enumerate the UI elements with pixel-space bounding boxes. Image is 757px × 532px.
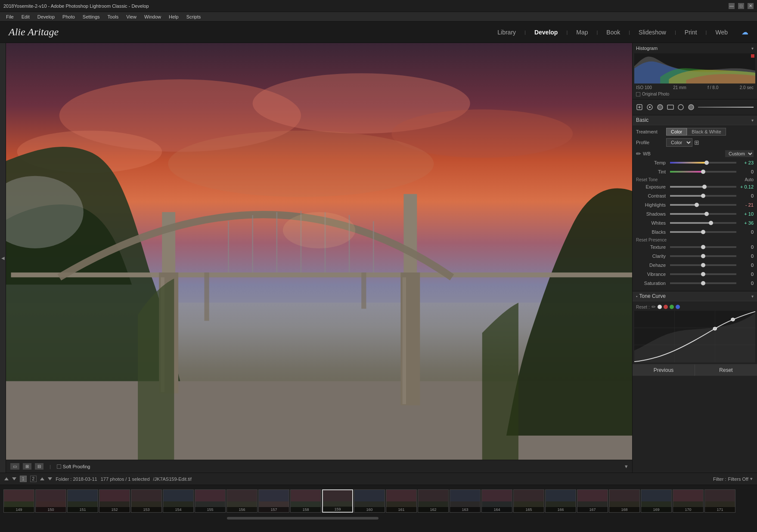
curve-pencil-icon[interactable]: ✏ (652, 304, 656, 310)
filmstrip-thumb-163[interactable]: 163 (450, 489, 481, 513)
filmstrip-thumb-151[interactable]: 151 (67, 489, 98, 513)
clarity-thumb[interactable] (701, 254, 705, 258)
maximize-button[interactable]: □ (738, 3, 744, 9)
filmstrip-thumb-167[interactable]: 167 (577, 489, 608, 513)
filmstrip-thumb-155[interactable]: 155 (195, 489, 226, 513)
treatment-bw-button[interactable]: Black & White (687, 128, 726, 136)
filmstrip-scroll[interactable]: 1491501511521531541551561571581591601611… (0, 485, 757, 517)
radial-tool-icon[interactable] (676, 102, 686, 112)
previous-button[interactable]: Previous (633, 365, 695, 376)
left-panel-toggle[interactable]: ◀ (0, 43, 6, 473)
filmstrip-thumb-168[interactable]: 168 (609, 489, 640, 513)
auto-tone-button[interactable]: Auto (745, 177, 754, 182)
basic-expand-icon[interactable]: ▾ (751, 118, 754, 123)
filmstrip-thumb-162[interactable]: 162 (418, 489, 449, 513)
profile-select[interactable]: Color (666, 138, 692, 147)
nav-library[interactable]: Library (497, 29, 516, 36)
prev-folder-button[interactable] (4, 477, 9, 480)
treatment-color-button[interactable]: Color (666, 128, 687, 136)
nav-web[interactable]: Web (715, 29, 728, 36)
tone-curve-collapse-icon[interactable]: ▪ (636, 294, 638, 299)
filmstrip-thumb-170[interactable]: 170 (673, 489, 704, 513)
temp-thumb[interactable] (704, 161, 709, 165)
basic-tool-icon[interactable] (634, 102, 645, 112)
filmstrip-scrollbar[interactable] (0, 517, 757, 520)
filmstrip-thumb-153[interactable]: 153 (131, 489, 162, 513)
basic-section-header[interactable]: Basic ▾ (633, 115, 757, 125)
shadows-thumb[interactable] (704, 212, 709, 216)
next-folder-button[interactable] (12, 477, 16, 480)
menu-item-file[interactable]: File (3, 13, 17, 20)
curve-blue-dot[interactable] (676, 305, 680, 309)
filmstrip-thumb-149[interactable]: 149 (3, 489, 34, 513)
filmstrip-thumb-150[interactable]: 150 (35, 489, 66, 513)
soft-proofing-toggle[interactable]: Soft Proofing (57, 464, 90, 469)
exposure-thumb[interactable] (702, 185, 707, 189)
curve-green-dot[interactable] (670, 305, 674, 309)
menu-item-photo[interactable]: Photo (59, 13, 78, 20)
highlights-thumb[interactable] (695, 203, 699, 207)
view-grid-button[interactable]: ⊞ (23, 463, 31, 470)
minimize-button[interactable]: — (729, 3, 735, 9)
menu-item-scripts[interactable]: Scripts (183, 13, 205, 20)
whites-thumb[interactable] (709, 221, 713, 225)
filmstrip-scrollbar-thumb[interactable] (227, 517, 378, 520)
close-button[interactable]: ✕ (748, 3, 754, 9)
cloud-icon[interactable]: ☁ (741, 28, 748, 36)
vibrance-thumb[interactable] (701, 272, 705, 276)
filmstrip-thumb-171[interactable]: 171 (704, 489, 735, 513)
original-photo-checkbox[interactable] (636, 92, 640, 96)
crop-tool-icon[interactable] (645, 102, 655, 112)
tone-curve-expand-icon[interactable]: ▾ (751, 294, 754, 299)
soft-proofing-checkbox[interactable] (57, 464, 61, 469)
nav-develop[interactable]: Develop (534, 29, 558, 36)
filmstrip-thumb-158[interactable]: 158 (290, 489, 321, 513)
filmstrip-thumb-159[interactable]: 159 (322, 489, 353, 513)
wb-select[interactable]: Custom (725, 150, 754, 157)
menu-item-edit[interactable]: Edit (18, 13, 33, 20)
saturation-thumb[interactable] (701, 281, 705, 285)
svg-rect-59 (259, 490, 289, 501)
texture-thumb[interactable] (701, 245, 705, 249)
menu-item-window[interactable]: Window (141, 13, 164, 20)
curve-white-dot[interactable] (658, 305, 662, 309)
eyedropper-icon[interactable]: ✏ (636, 150, 641, 157)
menu-item-view[interactable]: View (123, 13, 140, 20)
nav-book[interactable]: Book (606, 29, 620, 36)
contrast-thumb[interactable] (701, 194, 705, 198)
dehaze-thumb[interactable] (701, 263, 705, 267)
view-compare-button[interactable]: ⊟ (35, 463, 43, 470)
filter-expand-icon[interactable]: ▾ (750, 476, 753, 482)
menu-item-tools[interactable]: Tools (104, 13, 122, 20)
expand-filmstrip-button[interactable]: ▾ (625, 463, 628, 470)
adjustment-tool-icon[interactable] (686, 102, 696, 112)
filmstrip-thumb-157[interactable]: 157 (258, 489, 289, 513)
filmstrip-thumb-169[interactable]: 169 (641, 489, 672, 513)
filmstrip-thumb-165[interactable]: 165 (513, 489, 544, 513)
blacks-thumb[interactable] (701, 230, 705, 234)
nav-slideshow[interactable]: Slideshow (639, 29, 666, 36)
nav-next-button[interactable] (48, 477, 52, 480)
nav-map[interactable]: Map (576, 29, 588, 36)
grad-tool-icon[interactable] (665, 102, 676, 112)
menu-item-develop[interactable]: Develop (34, 13, 58, 20)
filmstrip-thumb-164[interactable]: 164 (481, 489, 512, 513)
view-single-button[interactable]: ▭ (10, 463, 19, 470)
filmstrip-thumb-152[interactable]: 152 (99, 489, 130, 513)
profile-grid-icon[interactable]: ⊞ (694, 139, 699, 146)
filmstrip-thumb-156[interactable]: 156 (226, 489, 258, 513)
nav-print[interactable]: Print (685, 29, 697, 36)
curve-red-dot[interactable] (664, 305, 668, 309)
menu-item-help[interactable]: Help (165, 13, 182, 20)
filmstrip-thumb-154[interactable]: 154 (163, 489, 194, 513)
filmstrip-thumb-166[interactable]: 166 (545, 489, 576, 513)
filmstrip-thumb-161[interactable]: 161 (386, 489, 417, 513)
tint-thumb[interactable] (701, 170, 705, 174)
filmstrip-thumb-160[interactable]: 160 (354, 489, 385, 513)
menu-item-settings[interactable]: Settings (79, 13, 103, 20)
histogram-expand-icon[interactable]: ▾ (751, 46, 754, 51)
tone-curve-header[interactable]: ▪ Tone Curve ▾ (633, 291, 757, 301)
reset-button[interactable]: Reset (695, 365, 757, 376)
nav-prev-button[interactable] (40, 477, 44, 480)
heal-tool-icon[interactable] (655, 102, 665, 112)
